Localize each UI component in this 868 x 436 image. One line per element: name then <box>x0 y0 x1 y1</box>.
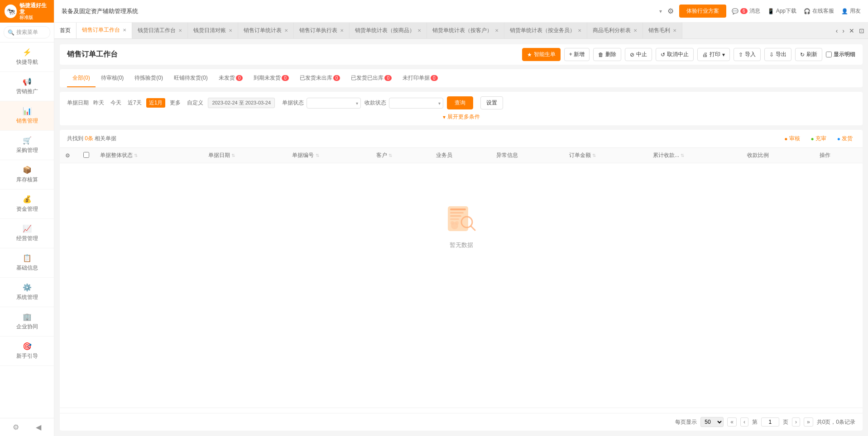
import-button[interactable]: ⇧ 导入 <box>734 48 761 61</box>
tab-label: 销售订单执行表 <box>299 27 337 34</box>
add-button[interactable]: + 新增 <box>564 48 590 61</box>
settings-footer-button[interactable]: ⚙ <box>13 423 19 431</box>
online-service-button[interactable]: 🎧 在线客服 <box>804 7 834 15</box>
col-date: 单据日期 ⇅ <box>203 148 287 163</box>
tab-sales-stat-employee[interactable]: 销货单统计表（按业务员） ✕ <box>504 23 587 39</box>
tab-close-icon[interactable]: ✕ <box>633 28 637 33</box>
date-option-more[interactable]: 更多 <box>168 98 182 108</box>
tab-close-icon[interactable]: ✕ <box>578 28 581 33</box>
expand-filter-button[interactable]: ▾ 展开更多条件 <box>443 113 480 121</box>
sub-tab-pending-inspect[interactable]: 待拣验货(0) <box>129 69 168 87</box>
tab-close-icon[interactable]: ✕ <box>123 28 126 33</box>
sidebar-item-purchase[interactable]: 🛒 采购管理 <box>0 131 54 160</box>
refresh-button[interactable]: ↻ 刷新 <box>795 48 822 61</box>
user-menu-button[interactable]: 👤 用友 <box>841 7 861 15</box>
date-option-custom[interactable]: 自定义 <box>185 98 205 108</box>
header-settings-icon[interactable]: ⚙ <box>667 7 674 15</box>
filter-settings-button[interactable]: 设置 <box>480 96 503 109</box>
pause-button[interactable]: ⊘ 中止 <box>625 48 652 61</box>
sort-status-icon[interactable]: ⇅ <box>134 153 138 158</box>
sub-tab-wangpu[interactable]: 旺铺待发货(0) <box>168 69 213 87</box>
sidebar-item-quick-nav[interactable]: ⚡ 快捷导航 <box>0 43 54 72</box>
industry-solution-button[interactable]: 体验行业方案 <box>679 5 726 18</box>
column-settings-icon[interactable]: ⚙ <box>65 152 70 159</box>
cancel-review-action-button[interactable]: ● 充审 <box>808 133 829 144</box>
sidebar-item-sales[interactable]: 📊 销售管理 <box>0 101 54 131</box>
search-menu-button[interactable]: 🔍 搜索菜单 <box>4 26 50 38</box>
table-scroll-area[interactable]: ⚙ 单据整体状态 ⇅ 单据日期 ⇅ <box>60 148 863 408</box>
show-detail-checkbox[interactable] <box>826 52 832 57</box>
first-page-button[interactable]: « <box>727 417 737 427</box>
sort-number-icon[interactable]: ⇅ <box>316 153 319 158</box>
tab-close-icon[interactable]: ✕ <box>673 28 676 33</box>
prev-page-button[interactable]: ‹ <box>740 417 748 427</box>
page-size-select[interactable]: 20 50 100 <box>700 417 724 427</box>
message-button[interactable]: 💬 6 消息 <box>732 7 760 15</box>
date-option-7days[interactable]: 近7天 <box>126 98 144 108</box>
delete-button[interactable]: 🗑 删除 <box>593 48 621 61</box>
sidebar-item-operation[interactable]: 📈 经营管理 <box>0 219 54 248</box>
date-option-yesterday[interactable]: 昨天 <box>91 98 106 108</box>
page-number-input[interactable] <box>761 417 779 427</box>
tab-cash-daily[interactable]: 钱货日清工作台 ✕ <box>132 23 188 39</box>
tab-close-icon[interactable]: ✕ <box>340 28 344 33</box>
toolbar: 销售订单工作台 ★ 智能生单 + 新增 🗑 删除 ⊘ 中止 ↺ 取消中止 🖨 <box>60 44 863 65</box>
sidebar-item-marketing[interactable]: 📢 营销推广 <box>0 72 54 101</box>
tab-gross-margin[interactable]: 商品毛利分析表 ✕ <box>587 23 643 39</box>
select-all-checkbox[interactable] <box>83 152 89 158</box>
tab-sales-stat-product[interactable]: 销货单统计表（按商品） ✕ <box>350 23 427 39</box>
sidebar-item-enterprise[interactable]: 🏢 企业协同 <box>0 307 54 336</box>
tab-close-icon[interactable]: ✕ <box>417 28 421 33</box>
sidebar-item-finance[interactable]: 💰 资金管理 <box>0 190 54 219</box>
tab-maximize-button[interactable]: ⊡ <box>857 26 866 35</box>
query-button[interactable]: 查询 <box>447 96 473 109</box>
horizontal-scrollbar[interactable] <box>60 408 863 413</box>
sort-date-icon[interactable]: ⇅ <box>231 153 235 158</box>
payment-select[interactable] <box>389 98 443 109</box>
print-button[interactable]: 🖨 打印 ▾ <box>697 48 730 61</box>
tab-close-all-button[interactable]: ✕ <box>847 26 856 35</box>
tab-close-icon[interactable]: ✕ <box>178 28 182 33</box>
sub-tab-shipped-out[interactable]: 已发货已出库 0 <box>345 69 397 87</box>
sort-amount-icon[interactable]: ⇅ <box>592 153 596 158</box>
show-detail-checkbox-label[interactable]: 显示明细 <box>826 51 855 58</box>
smart-create-button[interactable]: ★ 智能生单 <box>522 48 561 61</box>
cancel-pause-button[interactable]: ↺ 取消中止 <box>656 48 694 61</box>
tab-cash-reconcile[interactable]: 钱货日清对账 ✕ <box>188 23 238 39</box>
date-option-today[interactable]: 今天 <box>109 98 123 108</box>
tab-scroll-left-button[interactable]: ‹ <box>834 26 840 35</box>
sidebar-item-inventory[interactable]: 📦 库存核算 <box>0 160 54 190</box>
status-select[interactable] <box>307 98 361 109</box>
tab-sales-gross[interactable]: 销售毛利 ✕ <box>643 23 682 39</box>
tab-close-icon[interactable]: ✕ <box>284 28 288 33</box>
sort-customer-icon[interactable]: ⇅ <box>388 153 392 158</box>
sub-tab-pending-review[interactable]: 待审核(0) <box>96 69 129 87</box>
sub-tab-overdue-not-shipped[interactable]: 到期未发货 0 <box>248 69 294 87</box>
tab-close-icon[interactable]: ✕ <box>495 28 499 33</box>
export-button[interactable]: ⇩ 导出 <box>764 48 791 61</box>
col-abnormal: 异常信息 <box>491 148 563 163</box>
date-range-display[interactable]: 2023-02-24 至 2023-03-24 <box>208 98 275 108</box>
collapse-sidebar-button[interactable]: ◀ <box>36 423 41 431</box>
sidebar-item-system[interactable]: ⚙️ 系统管理 <box>0 278 54 307</box>
last-page-button[interactable]: » <box>804 417 813 427</box>
tab-sales-order-stat[interactable]: 销售订单统计表 ✕ <box>238 23 294 39</box>
tab-sales-order-workbench[interactable]: 销售订单工作台 ✕ <box>77 23 132 39</box>
tab-sales-order-detail[interactable]: 销售订单执行表 ✕ <box>294 23 350 39</box>
sub-tab-not-printed[interactable]: 未打印单据 0 <box>397 69 443 87</box>
tab-scroll-right-button[interactable]: › <box>840 26 846 35</box>
app-download-button[interactable]: 📱 App下载 <box>767 7 796 15</box>
sub-tab-not-shipped[interactable]: 未发货 0 <box>213 69 249 87</box>
sub-tab-all[interactable]: 全部(0) <box>67 69 96 87</box>
ship-action-button[interactable]: ● 发货 <box>834 133 855 144</box>
sidebar-item-base-info[interactable]: 📋 基础信息 <box>0 248 54 278</box>
sidebar-item-guide[interactable]: 🎯 新手引导 <box>0 336 54 366</box>
tab-home[interactable]: 首页 <box>54 23 77 39</box>
tab-sales-stat-customer[interactable]: 销货单统计表（按客户） ✕ <box>427 23 504 39</box>
sub-tab-shipped-not-out[interactable]: 已发货未出库 0 <box>294 69 346 87</box>
sort-collected-icon[interactable]: ⇅ <box>681 153 684 158</box>
next-page-button[interactable]: › <box>792 417 800 427</box>
tab-close-icon[interactable]: ✕ <box>229 28 232 33</box>
date-option-1month[interactable]: 近1月 <box>146 98 166 108</box>
review-action-button[interactable]: ● 审核 <box>782 133 802 144</box>
